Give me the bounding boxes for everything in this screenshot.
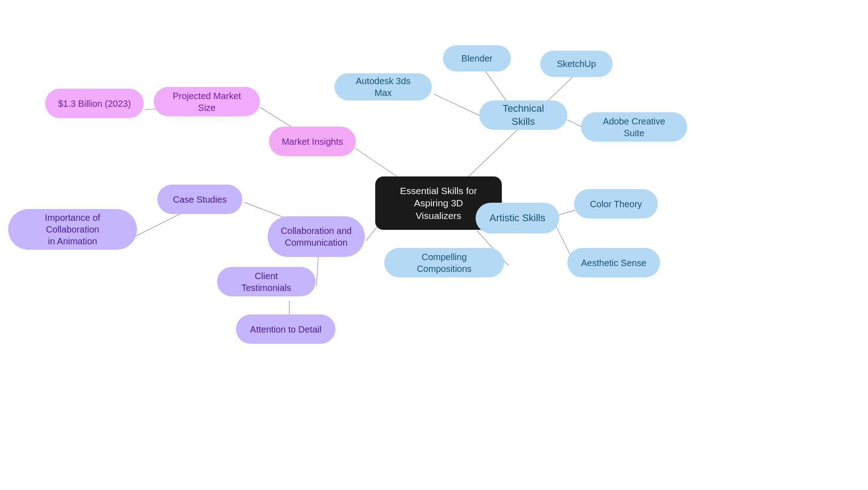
technical-skills-node[interactable]: Technical Skills (479, 100, 567, 130)
case-studies-node[interactable]: Case Studies (157, 185, 242, 214)
adobe-node[interactable]: Adobe Creative Suite (581, 112, 687, 142)
collab-label: Collaboration and Communication (281, 225, 352, 248)
market-insights-label: Market Insights (282, 136, 343, 147)
compelling-node[interactable]: Compelling Compositions (384, 248, 504, 277)
svg-line-3 (434, 94, 479, 115)
center-label: Essential Skills for Aspiring 3D Visuali… (388, 185, 489, 222)
color-theory-node[interactable]: Color Theory (574, 189, 658, 219)
artistic-skills-label: Artistic Skills (490, 212, 545, 225)
collab-node[interactable]: Collaboration and Communication (268, 216, 365, 257)
artistic-skills-node[interactable]: Artistic Skills (476, 203, 559, 233)
adobe-label: Adobe Creative Suite (594, 115, 675, 139)
attention-node[interactable]: Attention to Detail (236, 314, 335, 344)
blender-node[interactable]: Blender (443, 45, 511, 71)
market-insights-node[interactable]: Market Insights (269, 127, 356, 156)
case-studies-label: Case Studies (173, 194, 227, 205)
importance-node[interactable]: Importance of Collaboration in Animation (8, 209, 137, 250)
color-theory-label: Color Theory (590, 198, 642, 210)
client-testimonials-node[interactable]: Client Testimonials (217, 267, 316, 296)
compelling-label: Compelling Compositions (397, 251, 491, 275)
billion-label: $1.3 Billion (2023) (58, 98, 131, 109)
client-testimonials-label: Client Testimonials (230, 270, 303, 294)
autodesk-label: Autodesk 3ds Max (347, 75, 419, 99)
aesthetic-sense-node[interactable]: Aesthetic Sense (567, 248, 660, 277)
importance-label: Importance of Collaboration in Animation (21, 212, 124, 247)
autodesk-node[interactable]: Autodesk 3ds Max (335, 73, 432, 100)
sketchup-label: SketchUp (557, 58, 596, 70)
projected-label: Projected Market Size (166, 90, 247, 114)
technical-skills-label: Technical Skills (492, 102, 555, 128)
blender-label: Blender (462, 52, 493, 64)
sketchup-node[interactable]: SketchUp (540, 51, 613, 77)
attention-label: Attention to Detail (250, 323, 321, 335)
aesthetic-sense-label: Aesthetic Sense (581, 257, 646, 269)
projected-node[interactable]: Projected Market Size (154, 87, 260, 116)
billion-node[interactable]: $1.3 Billion (2023) (45, 89, 144, 118)
